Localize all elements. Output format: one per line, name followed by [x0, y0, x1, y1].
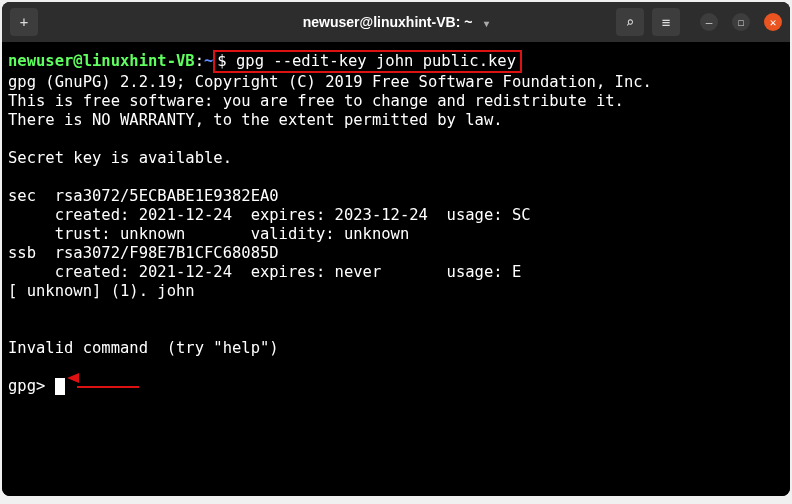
prompt-symbol: $	[217, 52, 226, 70]
arrow-line	[77, 386, 139, 388]
minimize-button[interactable]: —	[700, 13, 718, 31]
new-tab-button[interactable]: +	[10, 8, 38, 36]
terminal-content[interactable]: newuser@linuxhint-VB:~$ gpg --edit-key j…	[2, 42, 790, 496]
window-controls: — ☐ ✕	[700, 13, 782, 31]
close-icon: ✕	[770, 16, 777, 29]
prompt-user: newuser@linuxhint-VB	[8, 52, 195, 70]
menu-button[interactable]: ≡	[652, 8, 680, 36]
output-line: Invalid command (try "help")	[8, 339, 279, 357]
search-icon: ⌕	[626, 14, 634, 30]
output-line: gpg (GnuPG) 2.2.19; Copyright (C) 2019 F…	[8, 73, 652, 91]
titlebar-right: ⌕ ≡ — ☐ ✕	[616, 8, 782, 36]
titlebar: + newuser@linuxhint-VB: ~ ▾ ⌕ ≡ — ☐	[2, 2, 790, 42]
minimize-icon: —	[706, 16, 713, 29]
output-line: Secret key is available.	[8, 149, 232, 167]
gpg-prompt: gpg>	[8, 377, 55, 395]
command-text: gpg --edit-key john public.key	[236, 52, 516, 70]
cursor	[55, 378, 65, 395]
output-line: trust: unknown validity: unknown	[8, 225, 409, 243]
close-button[interactable]: ✕	[764, 13, 782, 31]
window-title: newuser@linuxhint-VB: ~ ▾	[303, 14, 490, 30]
command-highlight: $ gpg --edit-key john public.key	[213, 50, 522, 73]
arrow-head-icon	[67, 373, 79, 383]
annotation-arrow	[77, 377, 139, 396]
prompt-colon: :	[195, 52, 204, 70]
terminal-window: + newuser@linuxhint-VB: ~ ▾ ⌕ ≡ — ☐	[2, 2, 790, 496]
output-line: created: 2021-12-24 expires: 2023-12-24 …	[8, 206, 549, 224]
output-line: sec rsa3072/5ECBABE1E9382EA0	[8, 187, 279, 205]
window-title-text: newuser@linuxhint-VB: ~	[303, 14, 473, 30]
output-line: This is free software: you are free to c…	[8, 92, 624, 110]
output-line: [ unknown] (1). john	[8, 282, 195, 300]
titlebar-left: +	[10, 8, 38, 36]
chevron-down-icon[interactable]: ▾	[484, 18, 489, 29]
search-button[interactable]: ⌕	[616, 8, 644, 36]
maximize-button[interactable]: ☐	[732, 13, 750, 31]
output-line: There is NO WARRANTY, to the extent perm…	[8, 111, 503, 129]
output-line: ssb rsa3072/F98E7B1CFC68085D	[8, 244, 279, 262]
output-line: created: 2021-12-24 expires: never usage…	[8, 263, 549, 281]
prompt-path: ~	[204, 52, 213, 70]
plus-icon: +	[20, 14, 28, 30]
menu-icon: ≡	[662, 14, 670, 30]
maximize-icon: ☐	[738, 16, 745, 29]
